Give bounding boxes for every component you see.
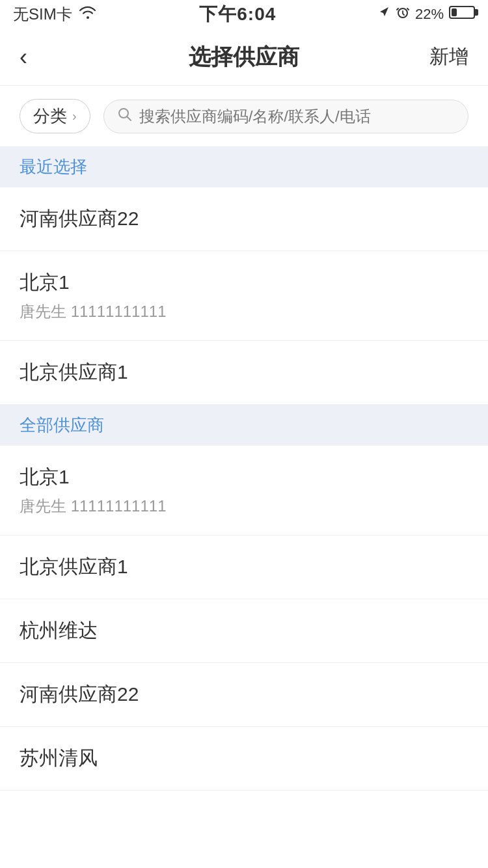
item-name: 北京1 (20, 464, 468, 491)
status-right: 22% (379, 5, 475, 23)
status-time: 下午6:04 (199, 2, 276, 27)
search-icon (117, 107, 133, 126)
status-left: 无SIM卡 (13, 4, 97, 25)
status-bar: 无SIM卡 下午6:04 22% (0, 0, 488, 29)
item-name: 杭州维达 (20, 617, 468, 644)
all-section-label: 全部供应商 (20, 415, 104, 435)
category-label: 分类 (33, 105, 67, 128)
list-item[interactable]: 河南供应商22 (0, 663, 488, 727)
wifi-icon (79, 5, 97, 23)
item-name: 河南供应商22 (20, 681, 468, 708)
search-input[interactable] (139, 107, 455, 126)
list-item[interactable]: 杭州维达 (0, 599, 488, 663)
item-name: 苏州清风 (20, 745, 468, 772)
recent-section-header: 最近选择 (0, 146, 488, 187)
list-item[interactable]: 北京1唐先生 11111111111 (0, 251, 488, 341)
alarm-icon (396, 5, 410, 23)
back-button[interactable]: ‹ (20, 44, 59, 71)
list-item[interactable]: 苏州清风 (0, 727, 488, 791)
battery-icon (449, 6, 475, 23)
item-sub: 唐先生 11111111111 (20, 496, 468, 517)
all-section-header: 全部供应商 (0, 405, 488, 446)
location-icon (379, 6, 390, 23)
item-sub: 唐先生 11111111111 (20, 301, 468, 322)
all-list: 北京1唐先生 11111111111北京供应商1杭州维达河南供应商22苏州清风 (0, 446, 488, 791)
category-arrow-icon: › (72, 109, 77, 124)
carrier-text: 无SIM卡 (13, 4, 72, 25)
item-name: 北京供应商1 (20, 359, 468, 386)
category-filter[interactable]: 分类 › (20, 99, 90, 133)
list-item[interactable]: 北京供应商1 (0, 536, 488, 599)
item-name: 北京1 (20, 269, 468, 296)
recent-section-label: 最近选择 (20, 157, 87, 176)
search-box (103, 100, 468, 133)
item-name: 河南供应商22 (20, 206, 468, 232)
battery-percent: 22% (415, 6, 444, 23)
list-item[interactable]: 北京供应商1 (0, 341, 488, 405)
page-title: 选择供应商 (189, 42, 299, 72)
recent-list: 河南供应商22北京1唐先生 11111111111北京供应商1 (0, 187, 488, 405)
list-item[interactable]: 北京1唐先生 11111111111 (0, 446, 488, 536)
list-item[interactable]: 河南供应商22 (0, 187, 488, 251)
add-button[interactable]: 新增 (429, 44, 468, 70)
filter-bar: 分类 › (0, 86, 488, 146)
item-name: 北京供应商1 (20, 554, 468, 580)
nav-bar: ‹ 选择供应商 新增 (0, 29, 488, 86)
